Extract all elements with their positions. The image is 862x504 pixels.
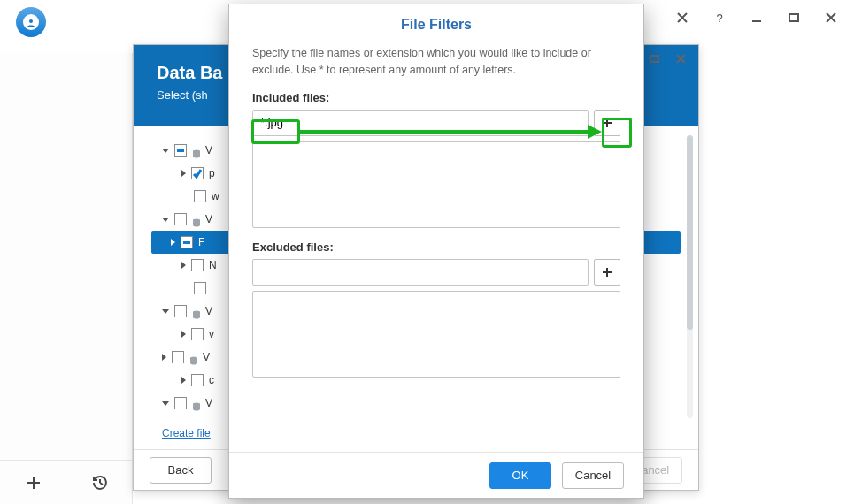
tree-row-label: V	[205, 305, 212, 317]
outer-close-icon-2[interactable]	[818, 9, 844, 27]
outer-window-controls: ?	[669, 9, 844, 27]
excluded-files-list[interactable]	[252, 291, 620, 378]
excluded-files-input[interactable]	[252, 259, 589, 286]
outer-minimize-icon[interactable]	[743, 9, 770, 27]
checkbox[interactable]	[181, 236, 193, 248]
outer-close-icon[interactable]	[669, 9, 696, 27]
excluded-files-label: Excluded files:	[252, 241, 620, 254]
wizard-close-icon[interactable]	[670, 50, 691, 66]
checkbox[interactable]	[174, 397, 187, 409]
ok-button[interactable]: OK	[489, 462, 551, 489]
file-filters-modal: File Filters Specify the file names or e…	[228, 4, 644, 499]
checkbox[interactable]	[191, 374, 204, 386]
tree-row-label: w	[212, 190, 219, 202]
caret-down-icon[interactable]	[162, 218, 169, 222]
caret-down-icon[interactable]	[162, 149, 169, 153]
cancel-button[interactable]: Cancel	[562, 462, 624, 489]
excluded-input-row	[252, 259, 620, 286]
scrollbar-thumb[interactable]	[687, 135, 693, 330]
checkbox[interactable]	[174, 213, 187, 225]
tree-row-label: N	[209, 259, 217, 271]
tree-row-label: V	[203, 351, 210, 363]
excluded-add-button[interactable]	[594, 259, 620, 286]
checkbox[interactable]	[174, 144, 187, 157]
svg-rect-12	[650, 56, 658, 62]
caret-down-icon[interactable]	[162, 309, 169, 314]
back-button-label: Back	[168, 463, 194, 477]
caret-right-icon[interactable]	[181, 331, 186, 338]
caret-down-icon[interactable]	[162, 401, 169, 406]
tree-row-label: V	[205, 213, 212, 225]
outer-help-icon[interactable]: ?	[706, 9, 733, 27]
tree-row-label: V	[205, 144, 212, 157]
history-button[interactable]	[66, 461, 133, 504]
drive-icon	[192, 307, 201, 316]
outer-maximize-icon[interactable]	[781, 9, 807, 27]
tree-row-label: c	[209, 374, 214, 386]
checkbox[interactable]	[191, 328, 204, 340]
sidebar	[0, 53, 133, 504]
tree-row-label: F	[198, 236, 204, 248]
drive-icon	[189, 353, 198, 362]
plus-icon	[602, 118, 612, 128]
checkbox[interactable]	[194, 190, 206, 202]
tree-row-label: p	[209, 167, 215, 179]
included-files-label: Included files:	[252, 91, 620, 104]
back-button[interactable]: Back	[150, 457, 212, 484]
svg-line-10	[100, 483, 103, 485]
drive-icon	[192, 215, 201, 224]
caret-right-icon[interactable]	[181, 377, 186, 384]
cancel-button-label: Cancel	[575, 469, 611, 482]
caret-right-icon[interactable]	[171, 239, 175, 246]
drive-icon	[192, 399, 201, 408]
checkbox[interactable]	[172, 351, 184, 363]
add-button[interactable]	[0, 461, 66, 504]
modal-footer: OK Cancel	[229, 452, 643, 498]
modal-body: Specify the file names or extension whic…	[229, 42, 643, 452]
ok-button-label: OK	[512, 469, 529, 482]
caret-none-icon	[181, 193, 189, 200]
checkbox[interactable]	[194, 282, 206, 294]
included-files-list[interactable]	[252, 141, 620, 228]
modal-description: Specify the file names or extension whic…	[252, 45, 620, 79]
checkbox[interactable]	[191, 259, 204, 271]
caret-right-icon[interactable]	[181, 170, 186, 177]
modal-title: File Filters	[229, 4, 643, 42]
wizard-maximize-icon[interactable]	[643, 50, 665, 66]
caret-right-icon[interactable]	[181, 262, 186, 269]
caret-none-icon	[181, 285, 189, 292]
app-logo	[16, 7, 46, 37]
sidebar-bottom-tools	[0, 460, 133, 504]
svg-point-0	[29, 19, 33, 23]
app-logo-inner	[23, 14, 39, 30]
drive-icon	[192, 146, 201, 155]
checkbox[interactable]	[174, 305, 187, 317]
checkbox[interactable]	[191, 167, 204, 179]
tree-row-label: V	[205, 397, 212, 409]
svg-rect-4	[789, 14, 798, 21]
caret-right-icon[interactable]	[162, 354, 166, 361]
plus-icon	[602, 267, 612, 278]
tree-row-label: v	[209, 328, 214, 340]
create-file-filter-link[interactable]: Create file	[162, 427, 211, 439]
